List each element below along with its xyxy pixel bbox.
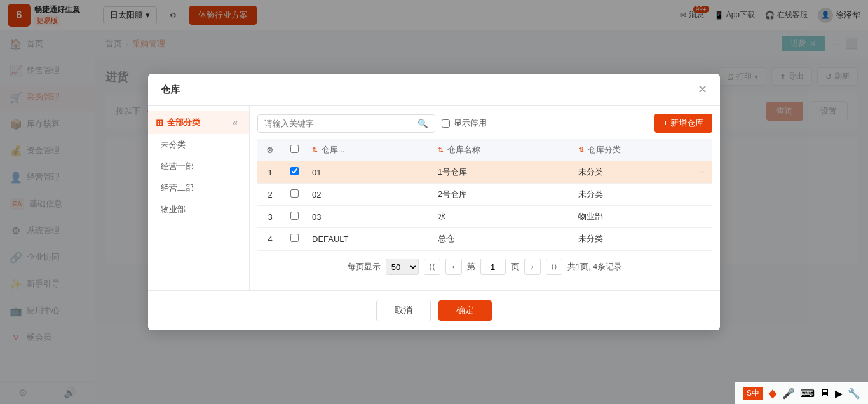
taskbar-play-icon[interactable]: ▶	[835, 387, 843, 400]
taskbar-dot-icon[interactable]: ◆	[768, 386, 777, 400]
row-checkbox-cell	[283, 228, 306, 250]
row-num: 4	[257, 228, 283, 250]
page-first-btn[interactable]: ⟨⟨	[424, 259, 440, 275]
table-panel: 🔍 显示停用 + 新增仓库 ⚙	[250, 106, 720, 290]
table-body: 1 01 1号仓库 未分类··· 2 02 2号仓库 未分类 3 03 水 物业…	[257, 161, 712, 250]
category-property[interactable]: 物业部	[148, 199, 249, 220]
row-checkbox[interactable]	[290, 234, 299, 242]
grid-icon: ⊞	[156, 118, 163, 128]
dialog-overlay: 仓库 ✕ ⊞ 全部分类 « 未分类 经营一部 经营二部 物业部	[0, 0, 868, 404]
page-suffix: 页	[511, 261, 519, 273]
page-next-btn[interactable]: ›	[524, 259, 541, 275]
show-disabled-label[interactable]: 显示停用	[442, 118, 487, 129]
row-checkbox-cell	[283, 184, 306, 206]
category-dept2[interactable]: 经营二部	[148, 177, 249, 199]
confirm-button[interactable]: 确定	[438, 300, 492, 321]
add-warehouse-btn[interactable]: + 新增仓库	[654, 114, 712, 133]
per-page-label: 每页显示	[348, 261, 381, 273]
row-category: 未分类	[572, 228, 712, 250]
taskbar-keyboard-icon[interactable]: ⌨	[800, 387, 815, 400]
row-category: 物业部	[572, 206, 712, 228]
row-checkbox-cell	[283, 206, 306, 228]
row-checkbox-cell	[283, 161, 306, 184]
row-num: 3	[257, 206, 283, 228]
warehouse-table-wrapper: ⚙ ⇅ 仓库... ⇅	[257, 139, 712, 250]
warehouse-table: ⚙ ⇅ 仓库... ⇅	[257, 139, 712, 250]
row-action-icon[interactable]: ···	[699, 166, 706, 176]
table-row[interactable]: 4 DEFAULT 总仓 未分类	[257, 228, 712, 250]
col-gear-icon: ⚙	[266, 145, 274, 155]
dialog-toolbar: 🔍 显示停用 + 新增仓库	[257, 114, 712, 133]
warehouse-dialog: 仓库 ✕ ⊞ 全部分类 « 未分类 经营一部 经营二部 物业部	[148, 74, 720, 330]
col-checkbox	[283, 139, 306, 161]
row-checkbox[interactable]	[290, 167, 299, 175]
show-disabled-text: 显示停用	[454, 118, 487, 129]
col-code-header[interactable]: ⇅ 仓库...	[306, 139, 431, 161]
row-name: 1号仓库	[431, 161, 572, 184]
sort-cat-icon: ⇅	[578, 146, 584, 154]
dialog-body: ⊞ 全部分类 « 未分类 经营一部 经营二部 物业部 🔍	[148, 106, 720, 290]
row-category: 未分类···	[572, 161, 712, 184]
dialog-footer: 取消 确定	[148, 290, 720, 330]
sort-code-icon: ⇅	[312, 146, 318, 154]
show-disabled-checkbox[interactable]	[442, 119, 450, 128]
category-unclassified[interactable]: 未分类	[148, 134, 249, 156]
row-code: 01	[306, 161, 431, 184]
row-name: 2号仓库	[431, 184, 572, 206]
taskbar-tool-icon[interactable]: 🔧	[848, 387, 860, 400]
dialog-title: 仓库	[161, 84, 180, 96]
row-checkbox[interactable]	[290, 189, 299, 198]
per-page-select[interactable]: 50 10 20 100	[386, 259, 419, 275]
page-last-btn[interactable]: ⟩⟩	[546, 259, 562, 275]
row-checkbox[interactable]	[290, 212, 299, 220]
table-row[interactable]: 3 03 水 物业部	[257, 206, 712, 228]
row-name: 总仓	[431, 228, 572, 250]
search-input[interactable]	[258, 115, 411, 132]
row-code: 02	[306, 184, 431, 206]
taskbar-s-icon[interactable]: S中	[743, 387, 763, 400]
col-name-header[interactable]: ⇅ 仓库名称	[431, 139, 572, 161]
dialog-close-icon[interactable]: ✕	[698, 83, 707, 97]
table-header-row: ⚙ ⇅ 仓库... ⇅	[257, 139, 712, 161]
page-prev-btn[interactable]: ‹	[445, 259, 462, 275]
taskbar-mic-icon[interactable]: 🎤	[782, 387, 795, 400]
pagination: 每页显示 50 10 20 100 ⟨⟨ ‹ 第 页 › ⟩⟩ 共1页, 4条记…	[257, 250, 712, 283]
all-category-item[interactable]: ⊞ 全部分类 «	[148, 111, 249, 134]
table-row[interactable]: 2 02 2号仓库 未分类	[257, 184, 712, 206]
row-num: 1	[257, 161, 283, 184]
dialog-header: 仓库 ✕	[148, 74, 720, 106]
collapse-btn[interactable]: «	[229, 116, 241, 129]
row-code: DEFAULT	[306, 228, 431, 250]
all-category-label: 全部分类	[167, 117, 200, 128]
row-name: 水	[431, 206, 572, 228]
taskbar-bottom: S中 ◆ 🎤 ⌨ 🖥 ▶ 🔧	[735, 382, 868, 404]
total-info: 共1页, 4条记录	[567, 261, 623, 273]
col-category-header[interactable]: ⇅ 仓库分类	[572, 139, 712, 161]
search-icon: 🔍	[417, 119, 428, 128]
page-word: 第	[467, 261, 475, 273]
page-number-input[interactable]	[480, 259, 506, 275]
search-box: 🔍	[257, 114, 435, 133]
select-all-checkbox[interactable]	[290, 145, 299, 153]
taskbar-monitor-icon[interactable]: 🖥	[820, 387, 830, 399]
row-code: 03	[306, 206, 431, 228]
sort-name-icon: ⇅	[438, 146, 444, 154]
category-dept1[interactable]: 经营一部	[148, 156, 249, 177]
category-panel: ⊞ 全部分类 « 未分类 经营一部 经营二部 物业部	[148, 106, 250, 290]
cancel-button[interactable]: 取消	[376, 300, 431, 321]
table-head: ⚙ ⇅ 仓库... ⇅	[257, 139, 712, 161]
col-gear: ⚙	[257, 139, 283, 161]
row-num: 2	[257, 184, 283, 206]
search-btn[interactable]: 🔍	[411, 115, 435, 132]
table-row[interactable]: 1 01 1号仓库 未分类···	[257, 161, 712, 184]
row-category: 未分类	[572, 184, 712, 206]
